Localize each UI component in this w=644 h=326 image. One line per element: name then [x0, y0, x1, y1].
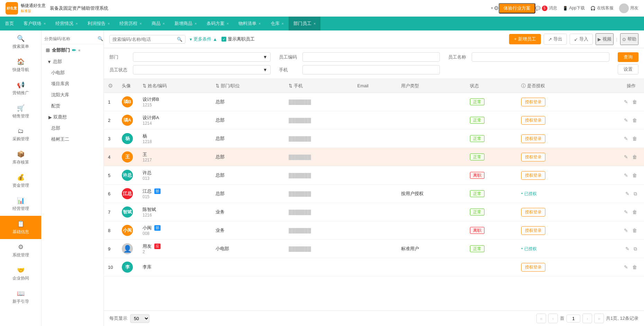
- edit-btn[interactable]: ✎: [624, 136, 628, 141]
- dept-item-xiaodibu[interactable]: 小电部: [42, 67, 103, 78]
- sidebar-item-collab[interactable]: 🤝 企业协同: [0, 262, 41, 285]
- tab-barcode[interactable]: 条码方案 ×: [202, 17, 234, 30]
- sidebar-item-inventory[interactable]: 📦 库存核算: [0, 146, 41, 169]
- auth-login-btn[interactable]: 授权登录: [521, 208, 545, 217]
- col-dept[interactable]: ⇅ 部门/职位: [211, 79, 284, 93]
- edit-icon[interactable]: ✏: [72, 47, 76, 53]
- sidebar-item-basic-info[interactable]: 📋 基础信息: [0, 216, 41, 239]
- dept-item-project[interactable]: 项目库房: [42, 78, 103, 89]
- sidebar-item-purchase[interactable]: 🗂 采购管理: [0, 123, 41, 146]
- phone-input[interactable]: [302, 65, 440, 74]
- message-btn[interactable]: 💬 5 消息: [535, 5, 557, 11]
- auth-login-btn[interactable]: 授权登录: [521, 226, 545, 235]
- table-settings-icon[interactable]: ⚙: [108, 83, 113, 89]
- delete-btn[interactable]: 🗑: [632, 117, 637, 123]
- auth-login-btn[interactable]: 授权登录: [521, 116, 545, 125]
- export-btn[interactable]: ↗ 导出: [544, 34, 567, 45]
- close-icon[interactable]: ×: [314, 21, 316, 26]
- auth-login-btn[interactable]: 授权登录: [521, 263, 545, 272]
- tab-bom[interactable]: 物料清单 ×: [234, 17, 265, 30]
- edit-btn[interactable]: ✎: [624, 173, 628, 178]
- close-icon[interactable]: ×: [194, 21, 197, 26]
- edit-btn[interactable]: ✎: [625, 246, 629, 252]
- dept-item-peihuo[interactable]: 配货: [42, 100, 103, 112]
- close-icon[interactable]: ×: [227, 21, 229, 26]
- dept-group-shuanglu[interactable]: ▶ 双鹿想: [42, 112, 103, 123]
- user-area[interactable]: 用友: [619, 3, 638, 13]
- settings-icon[interactable]: ⚙: [494, 5, 499, 11]
- delete-btn[interactable]: 🗑: [632, 173, 637, 178]
- import-btn[interactable]: ↙ 导入: [570, 34, 593, 45]
- prev-page-btn[interactable]: ‹: [548, 314, 558, 323]
- edit-btn[interactable]: ✎: [624, 228, 628, 233]
- dept-group-head[interactable]: ▼ 总部: [42, 56, 103, 67]
- close-icon[interactable]: ×: [108, 21, 110, 26]
- copy-btn[interactable]: ⧉: [634, 246, 637, 252]
- edit-btn[interactable]: ✎: [624, 117, 628, 123]
- delete-btn[interactable]: 🗑: [632, 228, 637, 233]
- sidebar-item-marketing[interactable]: 📢 营销推广: [0, 77, 41, 100]
- tab-goods[interactable]: 商品 ×: [147, 17, 170, 30]
- close-icon[interactable]: ×: [282, 21, 284, 26]
- edit-btn[interactable]: ✎: [624, 99, 628, 105]
- auth-login-btn[interactable]: 授权登录: [521, 171, 545, 180]
- next-page-btn[interactable]: ›: [582, 314, 592, 323]
- close-icon[interactable]: ×: [258, 21, 261, 26]
- emp-code-input[interactable]: [302, 52, 440, 62]
- first-page-btn[interactable]: «: [536, 314, 546, 323]
- copy-btn[interactable]: ⧉: [634, 191, 637, 196]
- tab-customer[interactable]: 客户联络 ×: [19, 17, 51, 30]
- col-name[interactable]: ⇅ 姓名/编码: [138, 79, 211, 93]
- edit-btn[interactable]: ✎: [625, 191, 629, 196]
- dept-select[interactable]: ▼: [133, 52, 271, 62]
- last-page-btn[interactable]: »: [594, 314, 604, 323]
- edit-btn[interactable]: ✎: [624, 154, 628, 160]
- tab-history[interactable]: 经营历程 ×: [115, 17, 146, 30]
- tab-employees[interactable]: 部门员工 ×: [289, 17, 320, 30]
- dept-item-zongbu[interactable]: 总部: [42, 123, 103, 134]
- tab-profit[interactable]: 利润报告 ×: [83, 17, 115, 30]
- sidebar-item-system[interactable]: ⚙ 系统管理: [0, 239, 41, 262]
- query-btn[interactable]: 查询: [618, 52, 638, 62]
- tab-business[interactable]: 经营情况 ×: [51, 17, 82, 30]
- dept-search-icon[interactable]: 🔍: [98, 36, 103, 41]
- tab-warehouse[interactable]: 仓库 ×: [266, 17, 289, 30]
- app-download-btn[interactable]: 📱 App下载: [563, 5, 585, 11]
- sidebar-item-finance[interactable]: 💰 资金管理: [0, 169, 41, 193]
- col-phone[interactable]: ⇅ 手机: [284, 79, 353, 93]
- emp-name-input[interactable]: [472, 52, 609, 62]
- delete-btn[interactable]: 🗑: [632, 264, 637, 270]
- delete-btn[interactable]: 🗑: [632, 99, 637, 105]
- set-btn[interactable]: 设置: [618, 64, 638, 74]
- system-dropdown-arrow[interactable]: ▼: [490, 6, 494, 10]
- tab-home[interactable]: 首页: [0, 17, 19, 30]
- auth-login-btn[interactable]: 授权登录: [521, 134, 545, 143]
- close-icon[interactable]: ×: [75, 21, 78, 26]
- delete-btn[interactable]: 🗑: [632, 136, 637, 141]
- dept-search-input[interactable]: [44, 36, 96, 41]
- edit-btn[interactable]: ✎: [624, 209, 628, 215]
- page-number-input[interactable]: [566, 315, 580, 323]
- view-btn[interactable]: ▶ 视频: [596, 33, 614, 45]
- delete-btn[interactable]: 🗑: [632, 209, 637, 215]
- show-resigned-toggle[interactable]: ✓ 显示离职员工: [221, 36, 255, 42]
- sidebar-item-search[interactable]: 🔍 搜索菜单: [0, 30, 41, 54]
- edit-btn[interactable]: ✎: [624, 264, 628, 270]
- collapse-icon[interactable]: «: [78, 48, 81, 53]
- help-btn[interactable]: ⊙ 帮助: [620, 33, 638, 45]
- close-icon[interactable]: ×: [163, 21, 165, 26]
- online-service-btn[interactable]: 🎧 在线客服: [590, 5, 614, 11]
- delete-btn[interactable]: 🗑: [632, 154, 637, 160]
- sidebar-item-sales[interactable]: 🛒 销售管理: [0, 100, 41, 123]
- status-select[interactable]: ▼: [133, 65, 271, 74]
- add-employee-btn[interactable]: + 新增员工: [509, 34, 541, 44]
- dept-item-shenyang[interactable]: 沈阳大库: [42, 89, 103, 100]
- dept-item-zhushu[interactable]: 植树王二: [42, 134, 103, 145]
- sidebar-item-management[interactable]: 📊 经营管理: [0, 193, 41, 216]
- experience-btn[interactable]: 体验行业方案: [499, 3, 535, 14]
- close-icon[interactable]: ×: [139, 21, 142, 26]
- tab-new-goods[interactable]: 新增商品 ×: [170, 17, 201, 30]
- auth-login-btn[interactable]: 授权登录: [521, 98, 545, 106]
- auth-login-btn[interactable]: 授权登录: [521, 153, 545, 161]
- more-conditions-btn[interactable]: ▾ 更多条件 ▲: [190, 36, 217, 42]
